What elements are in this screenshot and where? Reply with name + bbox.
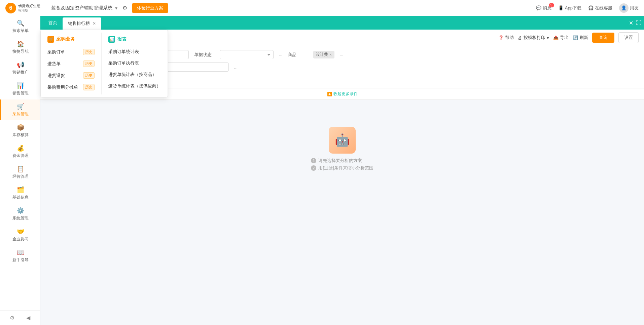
- print-btn[interactable]: 🖨 按模板打印 ▾: [518, 35, 549, 41]
- query-button[interactable]: 查询: [592, 33, 614, 43]
- goods-tag-remove[interactable]: ×: [329, 52, 332, 57]
- sidebar-item-finance[interactable]: 💰 资金管理: [0, 141, 40, 162]
- print-icon: 🖨: [518, 35, 522, 40]
- online-service-label: 在线客服: [595, 5, 612, 11]
- inbound-stats-supplier-label: 进货单统计表（按供应商）: [108, 83, 161, 89]
- system-name-text: 装备及固定资产辅助管理系统: [51, 5, 112, 11]
- system-name-area: 装备及固定资产辅助管理系统 ▾ ⚙ 体验行业方案: [46, 3, 536, 13]
- tab-close-all-btn[interactable]: ✕: [629, 20, 633, 26]
- online-service-item[interactable]: 🎧 在线客服: [588, 5, 612, 11]
- logo-line2: 标准版: [18, 8, 40, 12]
- menu-item-expense[interactable]: 采购费用分摊单 历史: [41, 81, 101, 93]
- sidebar-item-quicknav[interactable]: 🏠 快捷导航: [0, 37, 40, 58]
- menu-item-inbound-stats-supplier[interactable]: 进货单统计表（按供应商）: [102, 80, 168, 92]
- sidebar-label-inventory: 库存核算: [12, 132, 29, 138]
- menu-item-return[interactable]: 进货退货 历史: [41, 70, 101, 81]
- tab-bar-right: ✕ ⛶: [629, 20, 641, 26]
- sidebar: 🔍 搜索菜单 🏠 快捷导航 📢 营销推广 📊 销售管理 🛒 采购管理 📦 库存核…: [0, 16, 40, 325]
- sidebar-item-enterprise[interactable]: 🤝 企业协同: [0, 225, 40, 245]
- sidebar-item-purchase[interactable]: 🛒 采购管理: [0, 99, 40, 120]
- sidebar-label-sales: 销售管理: [12, 90, 29, 96]
- goods-label: 商品: [288, 52, 308, 58]
- print-dropdown-icon[interactable]: ▾: [547, 35, 549, 40]
- settings-icon-btn[interactable]: ⚙: [120, 3, 130, 13]
- menu-item-order-stats[interactable]: 采购订单统计表: [102, 46, 168, 57]
- voucher-status-more[interactable]: ...: [279, 52, 282, 57]
- empty-illustration: 🤖: [329, 127, 356, 154]
- sidebar-item-inventory[interactable]: 📦 库存核算: [0, 120, 40, 141]
- messages-badge: 9: [549, 3, 554, 7]
- phone-icon: 📱: [558, 5, 564, 10]
- sidebar-item-search[interactable]: 🔍 搜索菜单: [0, 16, 40, 37]
- sidebar-label-search: 搜索菜单: [12, 28, 29, 34]
- sidebar-label-newguide: 新手引导: [12, 257, 29, 263]
- menu-item-inbound[interactable]: 进货单 历史: [41, 58, 101, 70]
- refresh-icon: 🔄: [573, 35, 578, 40]
- tab-sales-rank[interactable]: 销售排行榜 ✕: [63, 17, 101, 30]
- tab-expand-btn[interactable]: ⛶: [636, 20, 641, 26]
- sidebar-item-sales[interactable]: 📊 销售管理: [0, 79, 40, 99]
- sidebar-settings-btn[interactable]: ⚙: [10, 315, 14, 321]
- sidebar-item-operations[interactable]: 📋 经营管理: [0, 162, 40, 183]
- newguide-icon: 📖: [17, 249, 24, 256]
- voucher-status-select[interactable]: [220, 50, 274, 59]
- purchase-dropdown-menu: 🛒 采购业务 采购订单 历史 进货单 历史 进货退货 历史 采购费用分摊单 历史…: [40, 30, 168, 97]
- basic-icon: 🗂️: [17, 186, 24, 194]
- top-right: 💬 消息 9 📱 App下载 🎧 在线客服 👤 用友: [536, 3, 639, 13]
- return-history: 历史: [83, 72, 95, 79]
- export-label: 导出: [560, 35, 569, 41]
- sidebar-collapse-btn[interactable]: ◀: [26, 315, 30, 321]
- purchase-section-title: 采购业务: [56, 36, 75, 42]
- help-btn[interactable]: ❓ 帮助: [498, 35, 514, 41]
- tab-sales-rank-label: 销售排行榜: [68, 21, 90, 27]
- messages-item[interactable]: 💬 消息 9: [536, 5, 551, 11]
- inventory-icon: 📦: [17, 124, 24, 131]
- sidebar-label-system: 系统管理: [12, 215, 29, 221]
- system-dropdown-icon[interactable]: ▾: [115, 5, 117, 11]
- tab-home[interactable]: 首页: [43, 16, 63, 30]
- tab-bar: 首页 销售排行榜 ✕ ✕ ⛶: [40, 16, 644, 30]
- menu-item-order-exec[interactable]: 采购订单执行表: [102, 57, 168, 69]
- sidebar-label-basic: 基础信息: [12, 195, 29, 200]
- enterprise-icon: 🤝: [17, 228, 24, 235]
- sidebar-item-basic[interactable]: 🗂️ 基础信息: [0, 183, 40, 204]
- finance-icon: 💰: [17, 145, 24, 152]
- industry-button[interactable]: 体验行业方案: [132, 3, 168, 13]
- sales-icon: 📊: [17, 82, 24, 89]
- tip-num-2: 2: [311, 165, 316, 171]
- goods-tag-value: 设计费: [316, 52, 328, 57]
- collapse-up-icon: 🔼: [327, 92, 332, 96]
- sidebar-label-purchase: 采购管理: [12, 111, 29, 117]
- home-icon: 🏠: [17, 40, 24, 48]
- salesperson-input[interactable]: [165, 63, 229, 72]
- purchase-order-label: 采购订单: [47, 49, 79, 55]
- messages-icon: 💬: [536, 5, 541, 10]
- empty-tip-2: 用[过滤]条件来缩小分析范围: [318, 165, 373, 171]
- top-bar: 6 畅捷通好生意 标准版 装备及固定资产辅助管理系统 ▾ ⚙ 体验行业方案 💬 …: [0, 0, 644, 16]
- return-label: 进货退货: [47, 73, 79, 79]
- inbound-stats-goods-label: 进货单统计表（按商品）: [108, 72, 161, 78]
- sidebar-label-enterprise: 企业协同: [12, 236, 29, 242]
- export-btn[interactable]: 📤 导出: [553, 35, 569, 41]
- goods-more[interactable]: ...: [340, 52, 343, 57]
- menu-item-purchase-order[interactable]: 采购订单 历史: [41, 46, 101, 58]
- menu-item-inbound-stats-goods[interactable]: 进货单统计表（按商品）: [102, 69, 168, 80]
- tab-close-icon[interactable]: ✕: [93, 21, 96, 26]
- sidebar-item-system[interactable]: ⚙️ 系统管理: [0, 204, 40, 225]
- sidebar-item-newguide[interactable]: 📖 新手引导: [0, 245, 40, 266]
- purchase-badge-icon: 🛒: [47, 36, 54, 43]
- user-avatar: 👤: [619, 3, 629, 13]
- user-item[interactable]: 👤 用友: [619, 3, 639, 13]
- reports-section-header: 📊 报表: [102, 34, 168, 46]
- voucher-status-label: 单据状态: [194, 52, 214, 58]
- salesperson-more[interactable]: ...: [234, 65, 238, 70]
- settings-button[interactable]: 设置: [618, 32, 639, 43]
- order-stats-label: 采购订单统计表: [108, 49, 161, 55]
- app-download-item[interactable]: 📱 App下载: [558, 5, 581, 11]
- help-label: 帮助: [505, 35, 514, 41]
- sidebar-item-marketing[interactable]: 📢 营销推广: [0, 58, 40, 79]
- refresh-btn[interactable]: 🔄 刷新: [573, 35, 588, 41]
- sidebar-label-finance: 资金管理: [12, 153, 29, 159]
- operations-icon: 📋: [17, 165, 24, 173]
- empty-tip-1: 请先选择要分析的方案: [318, 158, 362, 164]
